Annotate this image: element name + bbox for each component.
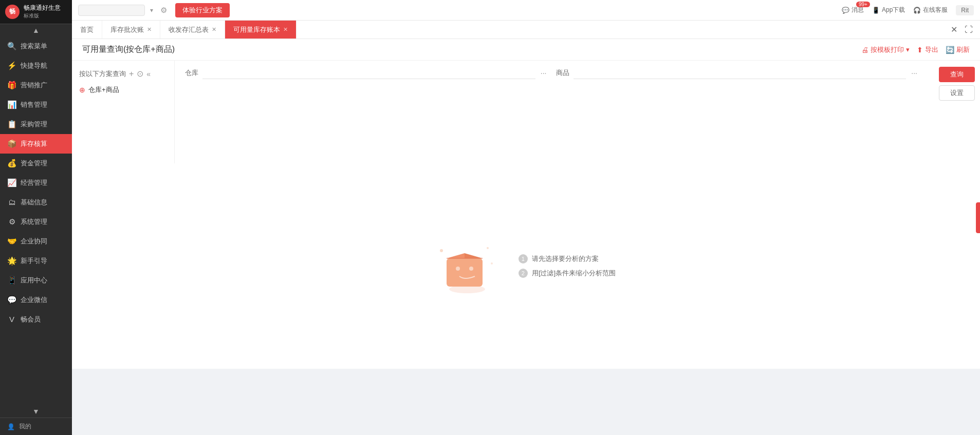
- sidebar-item-0[interactable]: 🔍 搜索菜单: [0, 36, 72, 56]
- sidebar-label-0: 搜索菜单: [21, 42, 47, 51]
- print-label: 按模板打印: [871, 45, 904, 54]
- scheme-settings-btn[interactable]: ⊙: [137, 69, 143, 79]
- sidebar-item-12[interactable]: 📱 应用中心: [0, 271, 72, 290]
- page-header-actions: 🖨 按模板打印 ▾ ⬆ 导出 🔄 刷新: [861, 45, 970, 54]
- sidebar-item-1[interactable]: ⚡ 快捷导航: [0, 56, 72, 75]
- topbar-gear-icon[interactable]: ⚙: [160, 6, 167, 15]
- settings-btn[interactable]: 设置: [939, 85, 975, 101]
- warehouse-input[interactable]: [202, 67, 535, 79]
- tabbar-expand-btn[interactable]: ⛶: [963, 23, 975, 36]
- sidebar-item-2[interactable]: 🎁 营销推广: [0, 75, 72, 95]
- tab-summary-label: 收发存汇总表: [169, 25, 209, 34]
- sidebar-footer-icon: 👤: [7, 423, 15, 430]
- empty-hint-2: 2 用[过滤]条件来缩小分析范围: [519, 269, 616, 278]
- sidebar-item-6[interactable]: 💰 资金管理: [0, 154, 72, 173]
- export-btn[interactable]: ⬆ 导出: [917, 45, 938, 54]
- query-btn[interactable]: 查询: [939, 67, 975, 82]
- topbar-msg[interactable]: 💬 消息 99+: [842, 6, 864, 14]
- empty-hint-1: 1 请先选择要分析的方案: [519, 254, 616, 263]
- sidebar-label-10: 企业协同: [21, 237, 47, 246]
- app-logo: 畅: [5, 5, 20, 19]
- app-subtitle: 标准版: [24, 12, 61, 20]
- service-icon: 🎧: [913, 7, 921, 14]
- sidebar-label-8: 基础信息: [21, 198, 47, 207]
- tab-summary[interactable]: 收发存汇总表 ✕: [160, 21, 225, 39]
- tab-batch-label: 库存批次账: [110, 25, 144, 34]
- tabbar-close-btn[interactable]: ✕: [949, 23, 959, 36]
- sidebar-item-14[interactable]: V 畅会员: [0, 310, 72, 329]
- empty-hint-list: 1 请先选择要分析的方案 2 用[过滤]条件来缩小分析范围: [519, 254, 616, 278]
- industry-btn[interactable]: 体验行业方案: [175, 3, 230, 17]
- sidebar-nav: 🔍 搜索菜单 ⚡ 快捷导航 🎁 营销推广 📊 销售管理 📋 采购管理 📦 库存核…: [0, 36, 72, 405]
- warehouse-more-btn[interactable]: ···: [540, 68, 548, 78]
- empty-illustration: [436, 235, 498, 297]
- main-content: ▾ ⚙ 体验行业方案 💬 消息 99+ 📱 App下载 🎧 在线客服 Rit 首…: [72, 0, 980, 435]
- export-icon: ⬆: [917, 46, 923, 54]
- sidebar-icon-1: ⚡: [7, 61, 16, 70]
- tabbar: 首页 库存批次账 ✕ 收发存汇总表 ✕ 可用量库存账本 ✕ ✕ ⛶: [72, 21, 980, 39]
- sidebar-icon-11: 🌟: [7, 256, 16, 266]
- sidebar-scroll-up[interactable]: ▲: [0, 24, 72, 36]
- svg-point-9: [491, 262, 493, 264]
- tab-home[interactable]: 首页: [72, 21, 102, 39]
- msg-badge: 99+: [856, 2, 870, 7]
- sidebar-item-3[interactable]: 📊 销售管理: [0, 95, 72, 115]
- warehouse-label: 仓库: [185, 68, 198, 78]
- sidebar-label-11: 新手引导: [21, 256, 47, 266]
- tab-available-label: 可用量库存账本: [233, 25, 280, 34]
- sidebar-icon-6: 💰: [7, 159, 16, 168]
- app-icon: 📱: [872, 7, 880, 14]
- sidebar-item-10[interactable]: 🤝 企业协同: [0, 232, 72, 251]
- svg-point-6: [469, 267, 473, 271]
- goods-more-btn[interactable]: ···: [910, 68, 918, 78]
- goods-label: 商品: [556, 68, 569, 78]
- hint2-text: 用[过滤]条件来缩小分析范围: [532, 269, 616, 278]
- sidebar-scroll-down[interactable]: ▼: [0, 405, 72, 418]
- query-scheme-sidebar: 按以下方案查询 + ⊙ « ⊕ 仓库+商品: [72, 61, 175, 163]
- tab-home-label: 首页: [80, 25, 94, 34]
- sidebar-item-4[interactable]: 📋 采购管理: [0, 115, 72, 134]
- topbar-service[interactable]: 🎧 在线客服: [913, 6, 948, 14]
- refresh-label: 刷新: [956, 45, 970, 54]
- sidebar-footer[interactable]: 👤 我的: [0, 418, 72, 435]
- sidebar-item-7[interactable]: 📈 经营管理: [0, 173, 72, 193]
- tab-batch-close[interactable]: ✕: [147, 26, 152, 33]
- right-scroll-handle[interactable]: [976, 202, 980, 233]
- tab-available[interactable]: 可用量库存账本 ✕: [225, 21, 297, 39]
- empty-state: 1 请先选择要分析的方案 2 用[过滤]条件来缩小分析范围: [72, 163, 980, 369]
- sidebar-label-5: 库存核算: [21, 139, 47, 148]
- refresh-btn[interactable]: 🔄 刷新: [946, 45, 970, 54]
- sidebar-item-8[interactable]: 🗂 基础信息: [0, 193, 72, 212]
- svg-point-5: [456, 267, 460, 271]
- sidebar-item-9[interactable]: ⚙ 系统管理: [0, 212, 72, 232]
- sidebar-item-5[interactable]: 📦 库存核算: [0, 134, 72, 154]
- topbar-right: 💬 消息 99+ 📱 App下载 🎧 在线客服 Rit: [842, 5, 974, 15]
- tabbar-right: ✕ ⛶: [949, 23, 980, 36]
- sidebar-item-11[interactable]: 🌟 新手引导: [0, 251, 72, 271]
- print-icon: 🖨: [861, 46, 868, 54]
- sidebar-label-1: 快捷导航: [21, 61, 47, 70]
- tab-available-close[interactable]: ✕: [283, 26, 288, 33]
- scheme-item[interactable]: ⊕ 仓库+商品: [72, 82, 174, 98]
- topbar-chevron-icon[interactable]: ▾: [150, 7, 153, 14]
- scheme-collapse-btn[interactable]: «: [146, 70, 151, 78]
- sidebar-icon-9: ⚙: [7, 217, 16, 226]
- sidebar-label-3: 销售管理: [21, 100, 47, 109]
- topbar-search[interactable]: [78, 5, 145, 16]
- hint1-text: 请先选择要分析的方案: [532, 254, 599, 263]
- svg-marker-2: [447, 253, 465, 258]
- sidebar-icon-10: 🤝: [7, 237, 16, 246]
- print-btn[interactable]: 🖨 按模板打印 ▾: [861, 45, 910, 54]
- tab-batch[interactable]: 库存批次账 ✕: [102, 21, 160, 39]
- page-content: 可用量查询(按仓库+商品) 🖨 按模板打印 ▾ ⬆ 导出 🔄 刷新: [72, 39, 980, 435]
- query-fields: 仓库 ··· 商品 ···: [175, 61, 929, 163]
- tab-summary-close[interactable]: ✕: [212, 26, 216, 33]
- page-header: 可用量查询(按仓库+商品) 🖨 按模板打印 ▾ ⬆ 导出 🔄 刷新: [72, 39, 980, 61]
- topbar-app[interactable]: 📱 App下载: [872, 6, 905, 14]
- sidebar-item-13[interactable]: 💬 企业微信: [0, 290, 72, 310]
- goods-input[interactable]: [574, 67, 907, 79]
- topbar-user[interactable]: Rit: [956, 5, 974, 15]
- page-title: 可用量查询(按仓库+商品): [82, 44, 175, 55]
- scheme-add-btn[interactable]: +: [129, 69, 134, 79]
- warehouse-field: 仓库 ···: [185, 67, 548, 79]
